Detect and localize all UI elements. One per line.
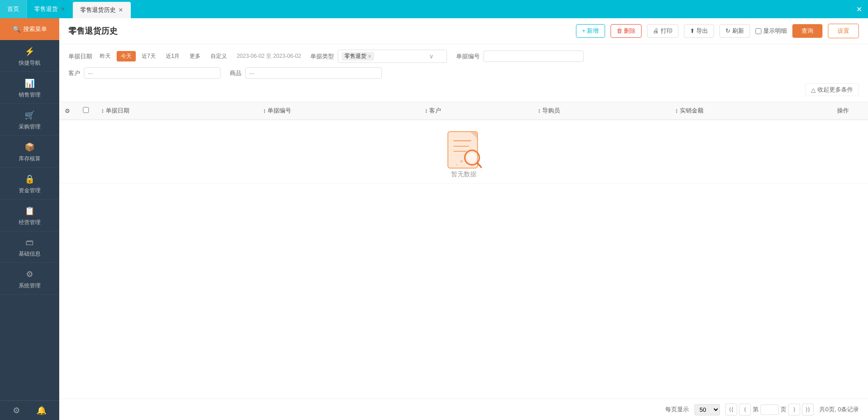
goods-filter-group: 商品 bbox=[230, 67, 382, 79]
collapse-button[interactable]: △ 收起更多条件 bbox=[805, 83, 859, 96]
sidebar-item-system-mgmt[interactable]: ⚙ 系统管理 bbox=[0, 263, 59, 295]
notification-icon[interactable]: 🔔 bbox=[36, 405, 46, 415]
next-page-btn[interactable]: ⟩ bbox=[788, 404, 800, 415]
main-layout: 🔍 搜索菜单 ⚡ 快捷导航 📊 销售管理 🛒 采购管理 📦 库存核算 🔒 资金管… bbox=[0, 18, 868, 420]
doc-type-tag: 零售退货 × bbox=[342, 52, 374, 61]
table-body: 暂无数据 bbox=[59, 120, 868, 184]
sidebar-item-operations-label: 经营管理 bbox=[19, 219, 41, 226]
sidebar-search[interactable]: 🔍 搜索菜单 bbox=[0, 18, 59, 40]
date-btn-custom[interactable]: 自定义 bbox=[206, 51, 231, 61]
date-range-display: 2023-06-02 至 2023-06-02 bbox=[236, 52, 301, 60]
new-button[interactable]: + 新增 bbox=[576, 24, 605, 38]
tab-retail-return-history-close[interactable]: ✕ bbox=[118, 7, 123, 13]
sidebar-item-inventory[interactable]: 📦 库存核算 bbox=[0, 136, 59, 168]
search-icon: 🔍 bbox=[13, 26, 21, 33]
pagination-nav: ⟨⟨ ⟨ 第 1 页 ⟩ ⟩⟩ bbox=[725, 404, 814, 415]
page-unit: 页 bbox=[781, 405, 786, 414]
date-filter-group: 单据日期 昨天 今天 近7天 近1月 更多 自定义 2023-06-02 至 2… bbox=[68, 51, 301, 61]
tab-retail-return-history[interactable]: 零售退货历史 ✕ bbox=[73, 2, 131, 18]
tab-retail-return-label: 零售退货 bbox=[34, 5, 58, 13]
page-header: 零售退货历史 + 新增 🗑 删除 🖨 打印 ⬆ 导出 ↻ 刷新 显示明细 查询 … bbox=[59, 18, 868, 44]
per-page-select[interactable]: 10 20 50 100 bbox=[694, 404, 720, 415]
settings-footer-icon[interactable]: ⚙ bbox=[13, 405, 20, 415]
set-button[interactable]: 设置 bbox=[828, 24, 859, 38]
sidebar-item-purchase-mgmt[interactable]: 🛒 采购管理 bbox=[0, 104, 59, 136]
print-button[interactable]: 🖨 打印 bbox=[647, 24, 678, 38]
th-guide[interactable]: ↕ 导购员 bbox=[532, 102, 670, 120]
display-detail-checkbox[interactable] bbox=[755, 28, 761, 34]
close-icon: ✕ bbox=[856, 5, 862, 14]
page-title: 零售退货历史 bbox=[68, 26, 118, 36]
purchase-icon: 🛒 bbox=[25, 110, 35, 120]
th-amount[interactable]: ↕ 实销金额 bbox=[670, 102, 832, 120]
sidebar-item-finance[interactable]: 🔒 资金管理 bbox=[0, 168, 59, 200]
refresh-button[interactable]: ↻ 刷新 bbox=[719, 24, 750, 38]
doc-type-tag-close[interactable]: × bbox=[368, 53, 371, 60]
tab-retail-return[interactable]: 零售退货 ✕ bbox=[27, 0, 73, 18]
sidebar-item-quick-nav[interactable]: ⚡ 快捷导航 bbox=[0, 40, 59, 72]
tab-home[interactable]: 首页 bbox=[0, 0, 27, 18]
header-actions: + 新增 🗑 删除 🖨 打印 ⬆ 导出 ↻ 刷新 显示明细 查询 设置 bbox=[576, 24, 859, 38]
th-doc-date-label: ↕ 单据日期 bbox=[101, 107, 129, 114]
finance-icon: 🔒 bbox=[25, 174, 35, 184]
date-btn-last-month[interactable]: 近1月 bbox=[162, 51, 184, 61]
quick-nav-icon: ⚡ bbox=[25, 46, 35, 56]
sidebar-item-operations[interactable]: 📋 经营管理 bbox=[0, 200, 59, 231]
display-detail-label: 显示明细 bbox=[763, 27, 787, 35]
tab-retail-return-close[interactable]: ✕ bbox=[61, 6, 65, 12]
doc-type-label: 单据类型 bbox=[310, 52, 334, 61]
delete-button[interactable]: 🗑 删除 bbox=[611, 24, 642, 38]
first-page-btn[interactable]: ⟨⟨ bbox=[725, 404, 737, 415]
page-input[interactable]: 1 bbox=[760, 405, 779, 415]
th-ops-label: 操作 bbox=[837, 107, 849, 114]
goods-input[interactable] bbox=[245, 67, 382, 79]
no-data-wrapper: 暂无数据 bbox=[65, 125, 863, 179]
last-page-btn[interactable]: ⟩⟩ bbox=[802, 404, 814, 415]
th-customer-label: ↕ 客户 bbox=[425, 107, 441, 114]
th-settings[interactable]: ⚙ bbox=[59, 102, 77, 120]
th-ops: 操作 bbox=[832, 102, 868, 120]
sidebar-item-base-info[interactable]: 🗃 基础信息 bbox=[0, 231, 59, 263]
query-button[interactable]: 查询 bbox=[792, 24, 822, 38]
table-footer: 每页显示 10 20 50 100 ⟨⟨ ⟨ 第 1 页 ⟩ ⟩⟩ 共0页, 0… bbox=[59, 399, 868, 420]
doc-type-select[interactable]: 零售退货 × ∨ bbox=[338, 50, 447, 63]
filter-area: 单据日期 昨天 今天 近7天 近1月 更多 自定义 2023-06-02 至 2… bbox=[59, 44, 868, 102]
date-btn-yesterday[interactable]: 昨天 bbox=[96, 51, 115, 61]
doc-number-input[interactable] bbox=[483, 51, 584, 62]
date-filter-label: 单据日期 bbox=[68, 52, 92, 61]
sales-icon: 📊 bbox=[25, 78, 35, 88]
settings-icon[interactable]: ⚙ bbox=[65, 108, 70, 114]
collapse-btn-label: 收起更多条件 bbox=[817, 86, 853, 94]
data-table: ⚙ ↕ 单据日期 ↕ 单据编号 ↕ 客户 bbox=[59, 102, 868, 184]
window-close-btn[interactable]: ✕ bbox=[850, 5, 868, 14]
filter-row-1: 单据日期 昨天 今天 近7天 近1月 更多 自定义 2023-06-02 至 2… bbox=[68, 50, 859, 63]
th-doc-date[interactable]: ↕ 单据日期 bbox=[96, 102, 257, 120]
inventory-icon: 📦 bbox=[25, 142, 35, 152]
per-page-label: 每页显示 bbox=[665, 405, 689, 414]
th-customer[interactable]: ↕ 客户 bbox=[419, 102, 532, 120]
customer-filter-group: 客户 bbox=[68, 67, 221, 79]
date-btn-today[interactable]: 今天 bbox=[117, 51, 136, 61]
prev-page-btn[interactable]: ⟨ bbox=[739, 404, 751, 415]
doc-type-chevron-icon: ∨ bbox=[429, 53, 434, 60]
svg-point-9 bbox=[456, 164, 458, 166]
top-bar: 首页 零售退货 ✕ 零售退货历史 ✕ ✕ bbox=[0, 0, 868, 18]
display-detail-check[interactable]: 显示明细 bbox=[755, 27, 787, 35]
page-label: 第 bbox=[753, 405, 759, 414]
tab-list: 首页 零售退货 ✕ 零售退货历史 ✕ bbox=[0, 0, 850, 18]
th-checkbox[interactable] bbox=[77, 102, 96, 120]
sidebar-search-label: 搜索菜单 bbox=[23, 25, 47, 33]
doc-type-filter-group: 单据类型 零售退货 × ∨ bbox=[310, 50, 447, 63]
table-header: ⚙ ↕ 单据日期 ↕ 单据编号 ↕ 客户 bbox=[59, 102, 868, 120]
sidebar-item-purchase-label: 采购管理 bbox=[19, 123, 41, 131]
sidebar-item-sales-mgmt[interactable]: 📊 销售管理 bbox=[0, 72, 59, 104]
select-all-checkbox[interactable] bbox=[83, 107, 89, 113]
svg-point-6 bbox=[467, 153, 477, 163]
th-doc-number[interactable]: ↕ 单据编号 bbox=[257, 102, 419, 120]
export-button[interactable]: ⬆ 导出 bbox=[684, 24, 714, 38]
empty-illustration bbox=[437, 125, 491, 170]
th-guide-label: ↕ 导购员 bbox=[538, 107, 560, 114]
date-btn-last7[interactable]: 近7天 bbox=[138, 51, 160, 61]
customer-input[interactable] bbox=[84, 67, 221, 79]
date-btn-more[interactable]: 更多 bbox=[185, 51, 205, 61]
